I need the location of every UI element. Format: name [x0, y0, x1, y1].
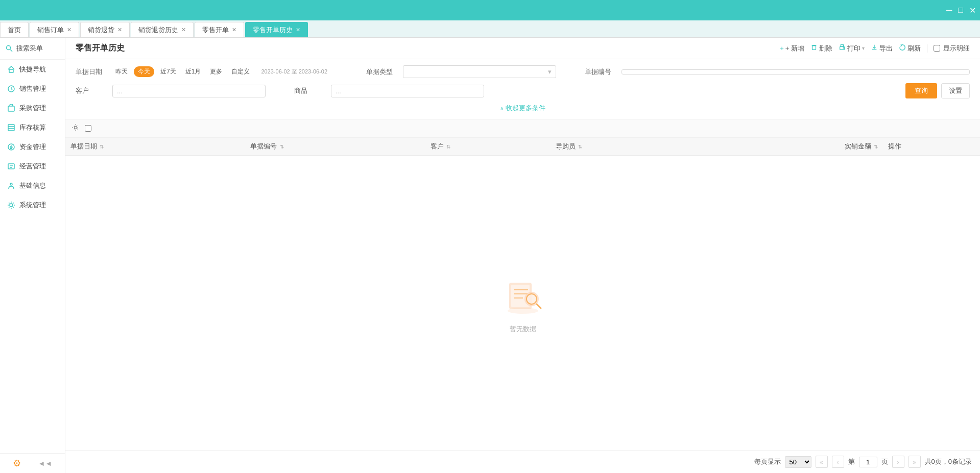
- display-cols-button[interactable]: 显示明细: [934, 44, 970, 53]
- table-settings-icon[interactable]: [71, 123, 80, 133]
- refresh-icon: [899, 44, 906, 53]
- operations-icon: [7, 162, 15, 170]
- doc-type-label: 单据类型: [366, 67, 395, 77]
- svg-rect-5: [8, 125, 14, 131]
- tab-home[interactable]: 首页: [0, 22, 29, 37]
- page-input[interactable]: [859, 457, 877, 467]
- sort-date-icon: ⇅: [100, 144, 104, 150]
- tab-retail-open-history[interactable]: 零售开单历史 ✕: [245, 22, 308, 37]
- sidebar-item-inventory[interactable]: 库存核算: [0, 118, 65, 137]
- chevron-left[interactable]: ‹: [832, 456, 844, 468]
- date-btn-more[interactable]: 更多: [207, 66, 225, 77]
- date-range: 2023-06-02 至 2023-06-02: [261, 68, 327, 76]
- svg-point-12: [10, 183, 12, 185]
- doc-type-select[interactable]: ▾: [403, 65, 556, 78]
- date-btn-today[interactable]: 今天: [134, 66, 154, 77]
- tab-retail-open-close[interactable]: ✕: [232, 27, 236, 33]
- close-btn[interactable]: ✕: [969, 6, 976, 15]
- date-btn-7days[interactable]: 近7天: [157, 66, 179, 77]
- sidebar-item-operations[interactable]: 经营管理: [0, 157, 65, 176]
- sidebar-bottom: ⚙ ◄◄: [0, 453, 65, 473]
- sort-no-icon: ⇅: [280, 144, 284, 150]
- sidebar-item-label: 快捷导航: [19, 65, 46, 74]
- filter-row-2: 客户 ... 商品 ... 查询 设置: [76, 83, 970, 98]
- tab-retail-open-history-close[interactable]: ✕: [296, 27, 300, 33]
- print-button[interactable]: 打印 ▾: [839, 44, 865, 53]
- content-area: 零售开单历史 + + 新增 删除 打印 ▾: [65, 38, 980, 473]
- page-title: 零售开单历史: [76, 43, 125, 54]
- basic-info-icon: [7, 182, 15, 190]
- customer-label: 客户: [76, 86, 104, 95]
- window-controls: ─ □ ✕: [946, 6, 976, 15]
- tab-sales-return-history-close[interactable]: ✕: [181, 27, 186, 33]
- delete-button[interactable]: 删除: [810, 44, 832, 53]
- table-area: 单据日期 ⇅ 单据编号 ⇅ 客户 ⇅ 导购员 ⇅: [65, 119, 980, 473]
- chevron-right-last[interactable]: »: [909, 456, 921, 468]
- finance-icon: [7, 143, 15, 151]
- goods-input[interactable]: ...: [331, 85, 484, 97]
- sidebar-item-finance[interactable]: 资金管理: [0, 137, 65, 157]
- refresh-button[interactable]: 刷新: [899, 44, 921, 53]
- page-label: 第: [848, 457, 855, 466]
- sidebar-item-sales-mgmt[interactable]: 销售管理: [0, 79, 65, 98]
- doc-no-input[interactable]: [622, 69, 970, 74]
- date-btn-custom[interactable]: 自定义: [228, 66, 253, 77]
- filter-area: 单据日期 昨天 今天 近7天 近1月 更多 自定义 2023-06-02 至 2…: [65, 59, 980, 119]
- settings-icon[interactable]: ⚙: [13, 458, 21, 469]
- collapse-icon[interactable]: ◄◄: [38, 459, 52, 467]
- col-amount[interactable]: 实销金额 ⇅: [703, 138, 883, 156]
- collapse-arrow: ∧: [500, 106, 504, 111]
- date-btn-yesterday[interactable]: 昨天: [112, 66, 131, 77]
- display-cols-checkbox[interactable]: [934, 45, 940, 52]
- sidebar-item-label: 资金管理: [19, 142, 46, 152]
- chevron-right[interactable]: ›: [892, 456, 904, 468]
- col-action: 操作: [883, 138, 980, 156]
- date-btn-1month[interactable]: 近1月: [182, 66, 204, 77]
- tab-sales-order[interactable]: 销售订单 ✕: [30, 22, 79, 37]
- query-button[interactable]: 查询: [905, 83, 937, 98]
- minimize-btn[interactable]: ─: [946, 6, 952, 15]
- filter-dates: 昨天 今天 近7天 近1月 更多 自定义: [112, 66, 253, 77]
- svg-point-0: [7, 46, 11, 50]
- divider: [927, 44, 927, 53]
- top-bar: ─ □ ✕: [0, 0, 980, 20]
- collapse-btn[interactable]: ∧ 收起更多条件: [76, 104, 970, 113]
- export-button[interactable]: 导出: [871, 44, 893, 53]
- select-all-checkbox[interactable]: [85, 125, 91, 132]
- col-date[interactable]: 单据日期 ⇅: [65, 138, 245, 156]
- svg-rect-14: [812, 46, 816, 50]
- sidebar-item-basic-info[interactable]: 基础信息: [0, 176, 65, 195]
- tab-retail-open[interactable]: 零售开单 ✕: [195, 22, 244, 37]
- sidebar-item-label: 销售管理: [19, 84, 46, 93]
- svg-rect-9: [8, 164, 14, 169]
- chevron-left-first[interactable]: «: [816, 456, 828, 468]
- purchase-icon: [7, 104, 15, 112]
- tab-sales-return-close[interactable]: ✕: [117, 27, 122, 33]
- sidebar-item-label: 基础信息: [19, 181, 46, 190]
- sidebar-search[interactable]: 搜索采单: [0, 38, 65, 60]
- print-icon: [839, 44, 846, 53]
- add-button[interactable]: + + 新增: [780, 44, 804, 53]
- table-header-row: 单据日期 ⇅ 单据编号 ⇅ 客户 ⇅ 导购员 ⇅: [65, 138, 980, 156]
- page-size-select[interactable]: 50 10 20 100: [785, 456, 811, 468]
- inventory-icon: [7, 123, 15, 132]
- goods-label: 商品: [294, 86, 323, 95]
- tab-bar: 首页 销售订单 ✕ 销货退货 ✕ 销货退货历史 ✕ 零售开单 ✕ 零售开单历史 …: [0, 20, 980, 38]
- tab-sales-order-close[interactable]: ✕: [67, 27, 71, 33]
- maximize-btn[interactable]: □: [958, 6, 963, 15]
- customer-input[interactable]: ...: [112, 85, 266, 97]
- col-no[interactable]: 单据编号 ⇅: [245, 138, 425, 156]
- tab-sales-return[interactable]: 销货退货 ✕: [80, 22, 130, 37]
- delete-icon: [810, 44, 818, 53]
- sidebar-item-label: 经营管理: [19, 162, 46, 171]
- col-guide[interactable]: 导购员 ⇅: [551, 138, 703, 156]
- tab-sales-return-history[interactable]: 销货退货历史 ✕: [131, 22, 194, 37]
- sidebar-item-system[interactable]: 系统管理: [0, 195, 65, 215]
- col-customer[interactable]: 客户 ⇅: [425, 138, 551, 156]
- sidebar-item-quick-nav[interactable]: 快捷导航: [0, 60, 65, 79]
- sidebar-item-purchase-mgmt[interactable]: 采购管理: [0, 98, 65, 118]
- settings-button[interactable]: 设置: [941, 83, 970, 98]
- sort-guide-icon: ⇅: [578, 144, 582, 150]
- print-arrow: ▾: [862, 45, 865, 51]
- total-info: 共0页，0条记录: [925, 457, 972, 466]
